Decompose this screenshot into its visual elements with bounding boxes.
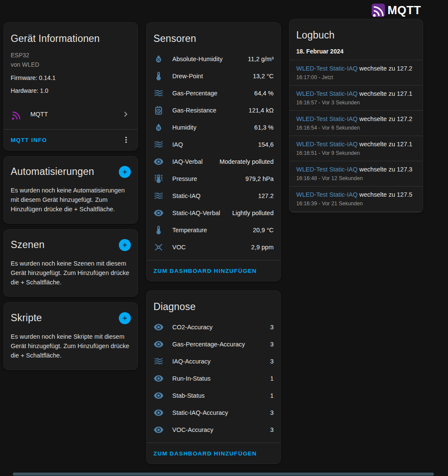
diagnostic-icon [153, 356, 164, 367]
add-scene-button[interactable] [119, 239, 131, 251]
sensor-icon [153, 139, 164, 150]
diagnostic-value: 3 [270, 341, 274, 348]
mqtt-logo: MQTT [371, 3, 421, 18]
logbook-time: 16:16:51 - Vor 9 Sekunden [296, 150, 416, 157]
logbook-entry: WLED-Test Static-IAQwechselte zu 127.5 1… [289, 186, 423, 211]
sensor-row[interactable]: Gas-Resistance 121,4 kΩ [153, 102, 274, 119]
sensor-row[interactable]: VOC 2,9 ppm [153, 239, 274, 256]
logbook-entity-link[interactable]: WLED-Test Static-IAQ [296, 65, 357, 72]
sensor-icon [153, 88, 164, 98]
diagnostic-icon [153, 408, 164, 418]
sensors-title: Sensoren [153, 33, 274, 44]
chevron-right-icon [121, 109, 131, 119]
diagnostic-row[interactable]: Stab-Status 1 [153, 387, 274, 404]
sensor-icon [153, 54, 164, 64]
scripts-card: Skripte Es wurden noch keine Skripte mit… [3, 302, 138, 370]
sensor-label: Temperature [172, 227, 253, 234]
scripts-empty-text: Es wurden noch keine Skripte mit diesem … [11, 332, 131, 360]
diagnostic-label: IAQ-Accuracy [172, 358, 270, 365]
middle-column: Sensoren Absolute-Humidity 11,2 g/m³ Dre… [146, 22, 281, 464]
logbook-entity-link[interactable]: WLED-Test Static-IAQ [296, 115, 357, 122]
logbook-entity-link[interactable]: WLED-Test Static-IAQ [296, 141, 357, 148]
sensor-value: 20,9 °C [253, 227, 274, 234]
device-model: ESP32 [11, 50, 131, 60]
diagnostic-row[interactable]: IAQ-Accuracy 3 [153, 353, 274, 370]
diagnostic-row[interactable]: Run-In-Status 1 [153, 370, 274, 387]
connection-label: MQTT [30, 111, 121, 118]
diagnostic-label: Stab-Status [172, 392, 270, 399]
sensor-row[interactable]: Absolute-Humidity 11,2 g/m³ [153, 50, 274, 68]
logbook-message: wechselte zu 127.1 [359, 141, 412, 148]
sensor-label: Gas-Percentage [172, 90, 254, 97]
diagnostic-icon [153, 373, 164, 384]
add-automation-button[interactable] [119, 166, 131, 178]
diagnostic-label: Static-IAQ-Accuracy [172, 409, 270, 416]
diagnostic-row[interactable]: Gas-Percentage-Accuracy 3 [153, 336, 274, 353]
sensor-label: Pressure [172, 175, 245, 182]
sensor-row[interactable]: Temperature 20,9 °C [153, 222, 274, 239]
sensor-row[interactable]: Static-IAQ 127.2 [153, 187, 274, 204]
add-to-dashboard-link[interactable]: ZUM DASHBOARD HINZUFÜGEN [153, 268, 257, 274]
logbook-message: wechselte zu 127.5 [359, 191, 412, 198]
diagnostic-row[interactable]: Static-IAQ-Accuracy 3 [153, 404, 274, 421]
diagnostic-icon [153, 339, 164, 349]
sensor-row[interactable]: Static-IAQ-Verbal Lightly polluted [153, 204, 274, 222]
diagnostic-row[interactable]: VOC-Accuracy 3 [153, 421, 274, 438]
left-column: Gerät Informationen ESP32 von WLED Firmw… [3, 22, 138, 370]
diagnostic-list: CO2-Accuracy 3 Gas-Percentage-Accuracy 3 [153, 319, 274, 438]
scenes-empty-text: Es wurden noch keine Szenen mit diesem G… [11, 259, 131, 287]
automations-title: Automatisierungen [11, 166, 94, 177]
sensor-label: Static-IAQ-Verbal [172, 210, 232, 216]
sensor-label: IAQ-Verbal [172, 158, 219, 165]
diagnostic-label: Run-In-Status [172, 375, 270, 382]
diagnostic-label: Gas-Percentage-Accuracy [172, 341, 270, 348]
page-header: MQTT [0, 0, 448, 19]
diagnostic-value: 3 [270, 358, 274, 365]
scripts-title: Skripte [11, 312, 42, 324]
diagnostics-card: Diagnose CO2-Accuracy 3 Gas-Percentage-A… [146, 290, 281, 464]
sensor-value: 121,4 kΩ [249, 107, 274, 114]
logbook-entity-link[interactable]: WLED-Test Static-IAQ [296, 191, 357, 198]
diagnostic-label: CO2-Accuracy [172, 324, 270, 331]
logbook-message: wechselte zu 127.1 [359, 90, 412, 97]
connection-row-mqtt[interactable]: MQTT [11, 104, 131, 124]
logbook-entity-link[interactable]: WLED-Test Static-IAQ [296, 90, 357, 97]
sensor-row[interactable]: Gas-Percentage 64,4 % [153, 85, 274, 102]
right-column: Logbuch 18. Februar 2024 WLED-Test Stati… [289, 19, 423, 213]
sensor-row[interactable]: Pressure 979,2 hPa [153, 170, 274, 187]
sensor-row[interactable]: IAQ 154,6 [153, 136, 274, 153]
diagnostic-label: VOC-Accuracy [172, 426, 270, 433]
sensors-card: Sensoren Absolute-Humidity 11,2 g/m³ Dre… [146, 22, 281, 281]
sensor-value: 127.2 [258, 192, 274, 199]
logbook-entry: WLED-Test Static-IAQwechselte zu 127.3 1… [289, 161, 423, 186]
scenes-card: Szenen Es wurden noch keine Szenen mit d… [3, 229, 138, 297]
logbook-time: 16:16:54 - Vor 6 Sekunden [296, 124, 416, 131]
diagnostic-row[interactable]: CO2-Accuracy 3 [153, 319, 274, 336]
mqtt-info-link[interactable]: MQTT INFO [11, 137, 47, 143]
overflow-menu-button[interactable] [119, 133, 133, 147]
scenes-title: Szenen [11, 239, 44, 251]
sensor-value: 13,2 °C [253, 73, 274, 80]
plus-icon [121, 314, 128, 322]
sensor-value: Moderately polluted [219, 158, 274, 165]
sensor-icon [153, 122, 164, 133]
logbook-entity-link[interactable]: WLED-Test Static-IAQ [296, 166, 357, 173]
logbook-time: 16:16:48 - Vor 12 Sekunden [296, 175, 416, 182]
sensor-label: Drew-Point [172, 73, 253, 80]
sensor-label: Gas-Resistance [172, 107, 249, 114]
logbook-entry-line: WLED-Test Static-IAQwechselte zu 127.1 [296, 140, 416, 148]
sensor-row[interactable]: Humidity 61,3 % [153, 119, 274, 136]
sensor-row[interactable]: Drew-Point 13,2 °C [153, 68, 274, 85]
logbook-list[interactable]: WLED-Test Static-IAQwechselte zu 127.2 1… [289, 60, 423, 213]
diagnostic-value: 3 [270, 324, 274, 331]
sensor-value: 61,3 % [254, 124, 274, 131]
sensor-value: 11,2 g/m³ [248, 56, 274, 62]
sensor-value: 2,9 ppm [251, 244, 274, 251]
add-script-button[interactable] [119, 312, 131, 324]
sensor-value: 979,2 hPa [245, 175, 274, 182]
sensor-row[interactable]: IAQ-Verbal Moderately polluted [153, 153, 274, 170]
sensor-icon [153, 105, 164, 115]
horizontal-scrollbar[interactable] [13, 473, 434, 476]
add-to-dashboard-link[interactable]: ZUM DASHBOARD HINZUFÜGEN [153, 450, 257, 457]
mqtt-icon [11, 109, 22, 120]
